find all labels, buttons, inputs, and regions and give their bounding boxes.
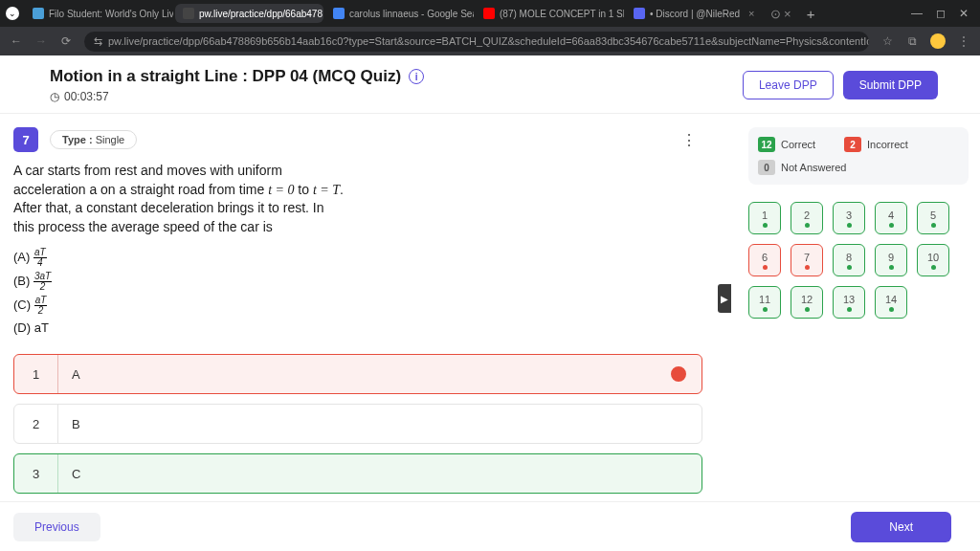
new-tab-icon[interactable]: + — [799, 6, 823, 22]
close-tab-icon[interactable]: ⊙ × — [765, 7, 797, 21]
answer-option[interactable]: 2B — [13, 404, 702, 444]
previous-button[interactable]: Previous — [13, 513, 100, 541]
question-menu-icon[interactable]: ⋮ — [681, 131, 697, 149]
star-icon[interactable]: ☆ — [880, 34, 894, 48]
next-button[interactable]: Next — [851, 512, 951, 542]
profile-icon[interactable] — [930, 33, 946, 49]
page-title: Motion in a straight Line : DPP 04 (MCQ … — [50, 67, 401, 86]
close-icon[interactable]: × — [748, 8, 754, 19]
footer: Previous Next — [0, 501, 980, 551]
incorrect-label: Incorrect — [867, 139, 908, 150]
browser-tab[interactable]: • Discord | @NileRed× — [626, 4, 763, 23]
address-bar[interactable]: ⇆ pw.live/practice/dpp/66ab478869b656b14… — [84, 32, 869, 52]
question-panel: 7 Type : Single ⋮ A car starts from rest… — [0, 114, 731, 501]
minimize-icon[interactable]: — — [911, 7, 923, 20]
timer-value: 00:03:57 — [64, 90, 109, 103]
reload-icon[interactable]: ⟳ — [59, 34, 73, 48]
progress-panel: ▶ 12Correct 2Incorrect 0Not Answered 123… — [731, 114, 980, 501]
clock-icon: ◷ — [50, 90, 59, 103]
question-cell[interactable]: 8 — [833, 244, 865, 276]
na-label: Not Answered — [781, 162, 846, 173]
question-cell[interactable]: 11 — [748, 286, 781, 319]
forward-icon[interactable]: → — [34, 34, 48, 48]
submit-dpp-button[interactable]: Submit DPP — [843, 71, 938, 99]
question-options-text: (A) aT4 (B) 3aT2 (C) aT2 (D) aT — [13, 246, 702, 341]
question-cell[interactable]: 3 — [833, 202, 865, 234]
browser-tab[interactable]: pw.live/practice/dpp/66ab478× — [175, 4, 323, 23]
info-icon[interactable]: i — [409, 69, 424, 84]
question-cell[interactable]: 6 — [748, 244, 781, 276]
answer-option[interactable]: 3C — [13, 453, 702, 494]
maximize-icon[interactable]: ◻ — [936, 7, 946, 20]
question-cell[interactable]: 10 — [917, 244, 949, 276]
na-badge: 0 — [758, 160, 775, 175]
incorrect-badge: 2 — [844, 137, 861, 152]
question-cell[interactable]: 4 — [875, 202, 907, 234]
chrome-menu-icon[interactable]: ⌄ — [6, 7, 19, 20]
browser-urlbar: ← → ⟳ ⇆ pw.live/practice/dpp/66ab478869b… — [0, 27, 980, 55]
stats-box: 12Correct 2Incorrect 0Not Answered — [748, 127, 969, 185]
browser-tab[interactable]: Filo Student: World's Only Live× — [25, 4, 173, 23]
browser-tab[interactable]: carolus linnaeus - Google Sear× — [325, 4, 474, 23]
correct-label: Correct — [781, 139, 815, 150]
question-type-chip: Type : Single — [50, 130, 137, 149]
extensions-icon[interactable]: ⧉ — [905, 34, 919, 48]
question-cell[interactable]: 14 — [875, 286, 907, 319]
browser-tab[interactable]: (87) MOLE CONCEPT in 1 Shot× — [476, 4, 624, 23]
question-cell[interactable]: 9 — [875, 244, 907, 276]
site-info-icon[interactable]: ⇆ — [94, 35, 102, 48]
browser-tabbar: ⌄ Filo Student: World's Only Live×pw.liv… — [0, 0, 980, 27]
correct-badge: 12 — [758, 137, 775, 152]
timer: ◷ 00:03:57 — [50, 90, 424, 103]
question-cell[interactable]: 2 — [791, 202, 823, 234]
url-text: pw.live/practice/dpp/66ab478869b656b14aa… — [108, 35, 869, 47]
question-cell[interactable]: 1 — [748, 202, 781, 234]
question-grid: 1234567891011121314 — [748, 202, 969, 319]
question-cell[interactable]: 5 — [917, 202, 949, 234]
leave-dpp-button[interactable]: Leave DPP — [743, 71, 834, 99]
question-number: 7 — [13, 127, 38, 152]
question-cell[interactable]: 13 — [833, 286, 865, 319]
question-text: A car starts from rest and moves with un… — [13, 162, 348, 236]
close-window-icon[interactable]: ✕ — [959, 7, 969, 20]
answer-option[interactable]: 1A — [13, 354, 702, 394]
collapse-panel-icon[interactable]: ▶ — [718, 284, 731, 313]
menu-icon[interactable]: ⋮ — [957, 34, 970, 48]
back-icon[interactable]: ← — [10, 34, 23, 48]
quiz-header: Motion in a straight Line : DPP 04 (MCQ … — [0, 55, 980, 114]
question-cell[interactable]: 7 — [791, 244, 823, 276]
question-cell[interactable]: 12 — [791, 286, 823, 319]
